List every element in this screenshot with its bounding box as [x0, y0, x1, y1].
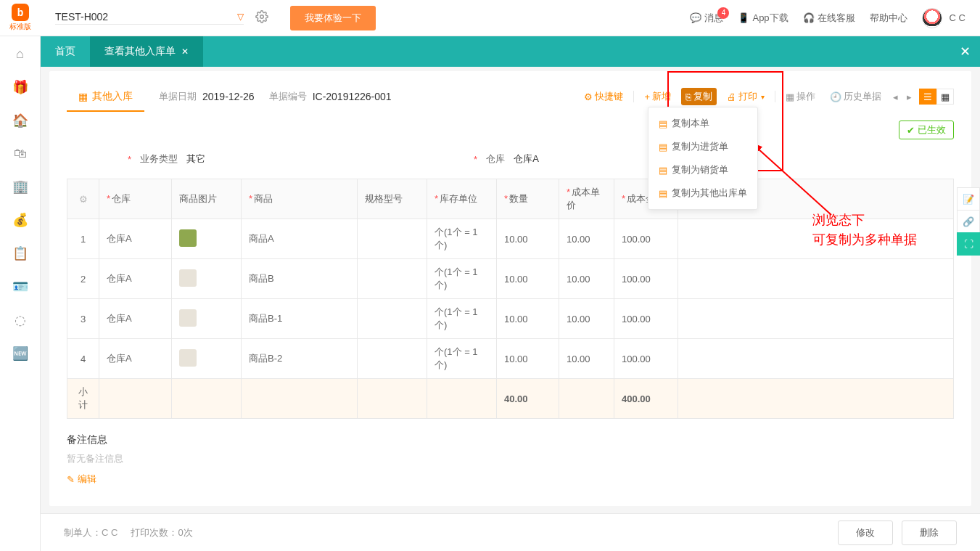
next-button[interactable]: ▸ — [905, 89, 913, 105]
table-row[interactable]: 2仓库A商品B个(1个 = 1个)10.0010.00100.00 — [67, 259, 954, 299]
table-row[interactable]: 3仓库A商品B-1个(1个 = 1个)10.0010.00100.00 — [67, 299, 954, 339]
col-product: 商品 — [242, 179, 358, 219]
sidebar-new-icon[interactable]: 🆕 — [12, 346, 28, 362]
col-image: 商品图片 — [172, 179, 242, 219]
chevron-down-icon: ▾ — [761, 93, 765, 101]
company-selector[interactable]: TEST-H002 ▽ — [55, 11, 244, 25]
float-note-icon[interactable]: 📝 — [957, 187, 980, 211]
add-button[interactable]: +新增 — [640, 88, 675, 105]
sidebar-home-icon[interactable]: ⌂ — [16, 46, 24, 62]
prev-button[interactable]: ◂ — [892, 89, 899, 105]
remarks-title: 备注信息 — [67, 433, 954, 446]
subtotal-row: 小计40.00400.00 — [67, 379, 954, 419]
float-link-icon[interactable]: 🔗 — [957, 210, 980, 233]
product-image — [179, 269, 197, 287]
tab-view-document[interactable]: 查看其他入库单 ✕ — [90, 36, 203, 67]
doc-icon: ▤ — [659, 188, 667, 199]
cell-warehouse: 仓库A — [99, 219, 172, 259]
grid-icon: ▦ — [786, 91, 794, 102]
copy-as-purchase[interactable]: ▤复制为进货单 — [648, 135, 757, 158]
copy-as-sales[interactable]: ▤复制为销货单 — [648, 158, 757, 181]
edit-remarks-button[interactable]: ✎编辑 — [67, 473, 96, 486]
copy-icon: ⎘ — [685, 91, 691, 102]
col-settings[interactable]: ⚙ — [67, 179, 99, 219]
cell-warehouse: 仓库A — [99, 259, 172, 299]
annotation-text: 浏览态下 可复制为多种单据 — [812, 211, 917, 250]
copy-as-other-out[interactable]: ▤复制为其他出库单 — [648, 181, 757, 205]
logo-edition: 标准版 — [9, 22, 31, 32]
doc-no-value: IC-20191226-001 — [313, 91, 392, 102]
cell-product: 商品B-1 — [242, 299, 358, 339]
company-name: TEST-H002 — [55, 11, 108, 23]
cell-available — [678, 299, 954, 339]
product-image — [179, 309, 197, 327]
shortcut-button[interactable]: ⚙快捷键 — [580, 88, 627, 105]
tab-close-icon[interactable]: ✕ — [181, 46, 189, 57]
app-download-link[interactable]: 📱 App下载 — [738, 12, 788, 25]
close-all-tabs[interactable]: ✕ — [950, 36, 980, 67]
right-float-panel: 📝 🔗 ⛶ — [957, 187, 980, 255]
row-index: 3 — [67, 299, 99, 339]
history-icon: 🕘 — [830, 91, 841, 102]
cell-spec — [358, 259, 427, 299]
view-toggle: ☰ ▦ — [919, 89, 954, 105]
header-right: 💬 消息 4 📱 App下载 🎧 在线客服 帮助中心 C C — [690, 8, 965, 28]
logo-icon: b — [12, 4, 29, 21]
delete-button[interactable]: 删除 — [902, 521, 957, 545]
cell-unit: 个(1个 = 1个) — [427, 219, 497, 259]
messages-link[interactable]: 💬 消息 4 — [690, 12, 723, 25]
modify-button[interactable]: 修改 — [838, 521, 893, 545]
sidebar-money-icon[interactable]: 💰 — [12, 212, 28, 228]
doc-no-label: 单据编号 — [269, 90, 307, 103]
view-list-button[interactable]: ☰ — [919, 89, 936, 105]
top-header: b 标准版 TEST-H002 ▽ 我要体验一下 💬 消息 4 📱 App下载 … — [0, 0, 980, 36]
cell-unit: 个(1个 = 1个) — [427, 299, 497, 339]
logo[interactable]: b 标准版 — [0, 4, 41, 32]
cell-image — [172, 339, 242, 379]
online-service-link[interactable]: 🎧 在线客服 — [803, 12, 855, 25]
cell-qty: 10.00 — [497, 339, 559, 379]
cell-available — [678, 259, 954, 299]
view-grid-button[interactable]: ▦ — [936, 89, 954, 105]
table-row[interactable]: 4仓库A商品B-2个(1个 = 1个)10.0010.00100.00 — [67, 339, 954, 379]
cell-price: 10.00 — [559, 299, 614, 339]
user-menu[interactable]: C C — [922, 8, 965, 28]
try-button[interactable]: 我要体验一下 — [290, 6, 376, 30]
row-index: 2 — [67, 259, 99, 299]
cell-unit: 个(1个 = 1个) — [427, 259, 497, 299]
sidebar-house-icon[interactable]: 🏠 — [12, 113, 28, 128]
float-expand-icon[interactable]: ⛶ — [957, 232, 980, 256]
document-icon: ▦ — [78, 91, 88, 102]
sidebar-card-icon[interactable]: 🪪 — [12, 279, 28, 295]
cell-price: 10.00 — [559, 259, 614, 299]
cell-qty: 10.00 — [497, 219, 559, 259]
operate-button[interactable]: ▦操作 — [781, 88, 820, 105]
settings-icon[interactable] — [255, 10, 268, 25]
copy-this-doc[interactable]: ▤复制本单 — [648, 112, 757, 135]
sidebar-refresh-icon[interactable]: ◌ — [15, 312, 26, 328]
col-spec: 规格型号 — [358, 179, 427, 219]
footer: 制单人：C C 打印次数：0次 修改 删除 — [41, 513, 980, 551]
tabs-bar: 首页 查看其他入库单 ✕ ✕ — [41, 36, 980, 67]
business-type-field: * 业务类型 其它 — [128, 152, 205, 166]
phone-icon: 📱 — [738, 12, 749, 23]
copy-button[interactable]: ⎘复制 — [681, 88, 717, 105]
history-button[interactable]: 🕘历史单据 — [825, 88, 886, 105]
sidebar-building-icon[interactable]: 🏢 — [12, 179, 28, 195]
col-price: 成本单价 — [559, 179, 614, 219]
help-center-link[interactable]: 帮助中心 — [870, 12, 907, 25]
print-button[interactable]: 🖨打印▾ — [722, 88, 769, 105]
main-content: ▦ 其他入库 单据日期 2019-12-26 单据编号 IC-20191226-… — [41, 67, 980, 551]
sidebar-gift-icon[interactable]: 🎁 — [12, 79, 28, 95]
product-image — [179, 229, 197, 247]
row-index: 4 — [67, 339, 99, 379]
sidebar-clipboard-icon[interactable]: 📋 — [12, 245, 28, 261]
cell-price: 10.00 — [559, 339, 614, 379]
sidebar-bag-icon[interactable]: 🛍 — [14, 146, 27, 161]
document-type-tab[interactable]: ▦ 其他入库 — [67, 81, 144, 112]
tab-home[interactable]: 首页 — [41, 36, 90, 67]
cell-warehouse: 仓库A — [99, 339, 172, 379]
message-badge: 4 — [717, 7, 729, 19]
cell-spec — [358, 299, 427, 339]
row-index: 1 — [67, 219, 99, 259]
